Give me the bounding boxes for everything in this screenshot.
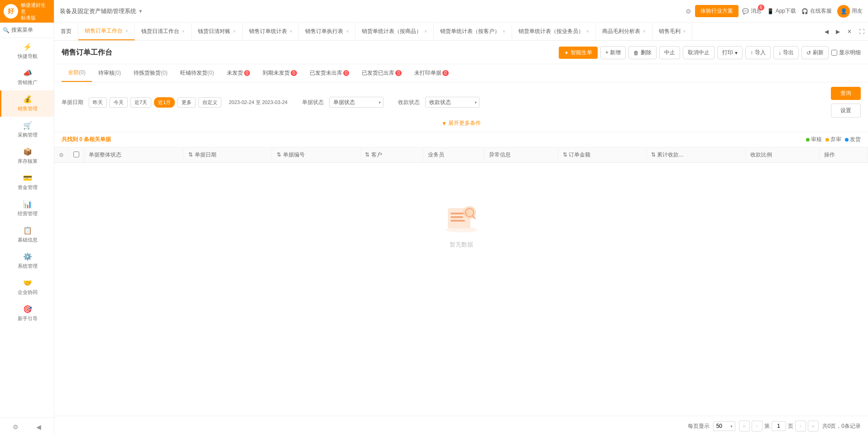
tab-close-sales-order-exec[interactable]: × [346,29,349,34]
tab-cash-goods-reconcile[interactable]: 钱货日清对账 × [192,23,243,40]
sort-amount-icon[interactable]: ⇅ [563,152,567,158]
page-input[interactable] [772,421,786,431]
tab-close-all[interactable]: ✕ [844,25,855,38]
sub-tab-wangpu[interactable]: 旺铺待发货(0) [174,65,221,81]
select-all-checkbox[interactable] [73,152,79,157]
tab-sales-order-stats[interactable]: 销售订单统计表 × [243,23,299,40]
sub-tab-shipped-not-out[interactable]: 已发货未出库0 [303,65,356,81]
first-page-btn[interactable]: « [739,421,750,431]
tab-close-sales-order-workbench[interactable]: × [125,28,128,33]
sub-tab-pending-review[interactable]: 待审核(0) [92,65,128,81]
tab-scroll-left[interactable]: ◀ [821,25,832,38]
system-dropdown-btn[interactable]: ▾ [139,8,142,14]
sub-tab-all[interactable]: 全部(0) [62,64,92,82]
settings-bottom-btn[interactable]: ⚙ [11,422,20,432]
print-btn[interactable]: 打印 ▾ [717,46,743,59]
sub-tab-pending-inspect[interactable]: 待拣货验货(0) [127,65,174,81]
sub-tab-shipped-out[interactable]: 已发货已出库0 [355,65,408,81]
show-detail-checkbox[interactable]: 显示明细 [831,49,861,57]
col-checkbox-header[interactable] [69,147,84,163]
table-scroll-container[interactable]: ⚙ 单据整体状态 ⇅ 单据日期 ⇅ 单据编号 [54,147,868,285]
sidebar-item-operations[interactable]: 📊 经营管理 [0,195,54,222]
sub-tab-overdue-not-shipped[interactable]: 到期未发货0 [256,65,303,81]
tab-sales-stats-customer[interactable]: 销货单统计表（按客户） × [434,23,512,40]
sidebar-item-inventory[interactable]: 📦 库存核算 [0,143,54,169]
header-settings-btn[interactable]: ⚙ [686,8,691,15]
print-dropdown-icon[interactable]: ▾ [735,50,738,56]
search-menu[interactable]: 🔍 搜索菜单 [0,23,54,38]
sidebar-item-guide[interactable]: 🎯 新手引导 [0,300,54,327]
date-btn-yesterday[interactable]: 昨天 [89,97,107,108]
industry-plan-btn[interactable]: 体验行业方案 [695,5,739,17]
delete-btn[interactable]: 🗑 删除 [628,46,657,59]
online-service-btn[interactable]: 🎧 在线客服 [801,7,832,15]
tab-product-margin[interactable]: 商品毛利分析表 × [596,23,652,40]
sort-customer-icon[interactable]: ⇅ [365,152,369,158]
col-header-customer[interactable]: ⇅ 客户 [360,147,423,163]
tab-close-cash-goods-reconcile[interactable]: × [233,29,236,34]
sidebar-item-sales[interactable]: 💰 销售管理 [0,90,54,117]
refresh-btn[interactable]: ↺ 刷新 [801,46,829,59]
tab-scroll-right[interactable]: ▶ [832,25,844,38]
tab-close-sales-stats-product[interactable]: × [424,29,427,34]
col-settings[interactable]: ⚙ [54,147,69,163]
add-btn[interactable]: + 新增 [600,46,626,59]
query-btn[interactable]: 查询 [831,87,861,100]
sidebar-item-marketing[interactable]: 📣 营销推广 [0,64,54,90]
tab-close-sales-profit[interactable]: × [683,29,686,34]
tab-sales-stats-staff[interactable]: 销货单统计表（按业务员） × [512,23,596,40]
message-btn[interactable]: 💬 消息 6 [742,7,762,15]
tab-cash-daily[interactable]: 钱货日清工作台 × [135,23,192,40]
sidebar-item-enterprise[interactable]: 🤝 企业协同 [0,274,54,300]
sidebar-item-quick-nav[interactable]: ⚡ 快捷导航 [0,38,54,64]
audit-action-btn[interactable]: 审核 [806,136,822,143]
date-btn-1month[interactable]: 近1月 [154,97,175,108]
tab-close-product-margin[interactable]: × [643,29,646,34]
last-page-btn[interactable]: » [808,421,819,431]
expand-more-btn[interactable]: ▼ 展开更多条件 [441,119,481,127]
cancel-audit-action-btn[interactable]: 弃审 [825,136,841,143]
tab-sales-order-workbench[interactable]: 销售订单工作台 × [78,23,135,40]
show-detail-input[interactable] [831,50,837,56]
sort-date-icon[interactable]: ⇅ [188,152,193,158]
tab-home[interactable]: 首页 [54,23,78,40]
col-header-number[interactable]: ⇅ 单据编号 [272,147,360,163]
col-header-amount[interactable]: ⇅ 订单金额 [558,147,647,163]
sub-tab-not-printed[interactable]: 未打印单据0 [408,65,455,81]
import-btn[interactable]: ↑ 导入 [745,46,771,59]
user-menu-btn[interactable]: 👤 用友 [837,5,863,18]
sidebar-item-finance[interactable]: 💳 资金管理 [0,169,54,195]
sidebar-item-purchase[interactable]: 🛒 采购管理 [0,117,54,143]
cancel-stop-btn[interactable]: 取消中止 [683,46,715,59]
tab-close-sales-stats-staff[interactable]: × [586,29,589,34]
col-header-date[interactable]: ⇅ 单据日期 [184,147,272,163]
tab-close-sales-stats-customer[interactable]: × [503,29,505,34]
sort-number-icon[interactable]: ⇅ [277,152,281,158]
ai-generate-btn[interactable]: ✦ 智能生单 [559,47,598,59]
sub-tab-not-shipped[interactable]: 未发货0 [221,65,257,81]
col-header-collected[interactable]: ⇅ 累计收款... [647,147,746,163]
date-btn-today[interactable]: 今天 [110,97,128,108]
tab-close-cash-daily[interactable]: × [182,29,185,34]
sort-collected-icon[interactable]: ⇅ [651,152,656,158]
sidebar-item-system[interactable]: ⚙️ 系统管理 [0,248,54,274]
stop-btn[interactable]: 中止 [659,46,680,59]
collect-select[interactable]: 收款状态 [425,97,480,108]
tab-close-sales-order-stats[interactable]: × [290,29,293,34]
date-btn-7days[interactable]: 近7天 [130,97,151,108]
app-download-btn[interactable]: 📱 App下载 [767,7,796,15]
send-action-btn[interactable]: 发货 [845,136,861,143]
collapse-sidebar-btn[interactable]: ◀ [34,422,43,432]
tab-maximize[interactable]: ⛶ [855,25,868,38]
set-btn[interactable]: 设置 [831,104,861,118]
date-btn-custom[interactable]: 自定义 [198,97,221,108]
page-size-select[interactable]: 50 100 200 [713,421,735,431]
status-select[interactable]: 单据状态 [329,97,384,108]
tab-sales-profit[interactable]: 销售毛利 × [652,23,693,40]
next-page-btn[interactable]: › [795,421,806,431]
sidebar-item-basic-info[interactable]: 📋 基础信息 [0,222,54,248]
export-btn[interactable]: ↓ 导出 [773,46,799,59]
tab-sales-order-exec[interactable]: 销售订单执行表 × [299,23,355,40]
tab-sales-stats-product[interactable]: 销货单统计表（按商品） × [355,23,434,40]
date-btn-more[interactable]: 更多 [177,97,196,108]
